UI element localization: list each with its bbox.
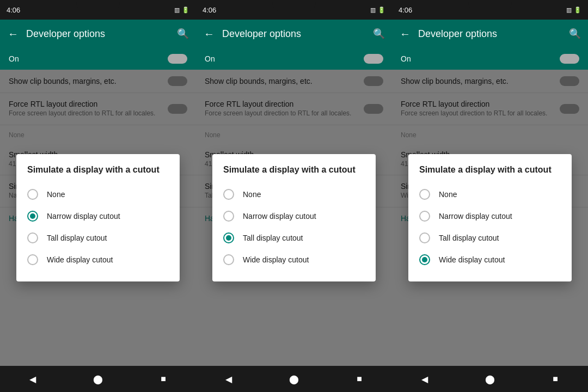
- cutout-dialog: Simulate a display with a cutout None Na…: [16, 154, 180, 281]
- nav-recents-button[interactable]: ■: [546, 369, 565, 389]
- nav-back-button[interactable]: ◀: [415, 369, 434, 389]
- radio-circle-3: [223, 254, 234, 265]
- dialog-title: Simulate a display with a cutout: [212, 165, 376, 183]
- app-bar-title: Developer options: [418, 28, 562, 40]
- battery-icon: 🔋: [574, 7, 581, 14]
- screen-screen-3: 4:06 ▥ 🔋 ← Developer options 🔍 On Show c…: [392, 0, 588, 392]
- radio-option-3[interactable]: Wide display cutout: [408, 249, 572, 271]
- dialog-overlay[interactable]: Simulate a display with a cutout None Na…: [196, 70, 392, 366]
- on-toggle[interactable]: [168, 54, 187, 64]
- on-bar: On: [0, 48, 196, 70]
- radio-circle-1: [419, 211, 430, 222]
- radio-label-1: Narrow display cutout: [243, 212, 316, 220]
- app-bar: ← Developer options 🔍: [0, 20, 196, 48]
- radio-option-3[interactable]: Wide display cutout: [16, 249, 180, 271]
- status-time: 4:06: [7, 6, 20, 14]
- dialog-title: Simulate a display with a cutout: [408, 165, 572, 183]
- nav-back-button[interactable]: ◀: [23, 369, 42, 389]
- signal-icon: ▥: [174, 7, 180, 14]
- signal-icon: ▥: [566, 7, 572, 14]
- dialog-title: Simulate a display with a cutout: [16, 165, 180, 183]
- on-bar: On: [196, 48, 392, 70]
- radio-label-3: Wide display cutout: [47, 255, 113, 264]
- radio-label-2: Tall display cutout: [243, 234, 303, 242]
- nav-recents-button[interactable]: ■: [350, 369, 369, 389]
- nav-bar: ◀ ⬤ ■: [0, 366, 196, 392]
- radio-circle-3: [419, 254, 430, 265]
- nav-back-button[interactable]: ◀: [219, 369, 238, 389]
- radio-circle-0: [223, 189, 234, 200]
- on-toggle[interactable]: [560, 54, 579, 64]
- radio-option-3[interactable]: Wide display cutout: [212, 249, 376, 271]
- battery-icon: 🔋: [182, 7, 189, 14]
- status-time: 4:06: [203, 6, 216, 14]
- status-time: 4:06: [399, 6, 412, 14]
- battery-icon: 🔋: [378, 7, 385, 14]
- radio-option-0[interactable]: None: [16, 183, 180, 205]
- nav-home-button[interactable]: ⬤: [480, 369, 500, 389]
- radio-label-2: Tall display cutout: [47, 234, 107, 242]
- radio-circle-1: [27, 211, 38, 222]
- radio-option-1[interactable]: Narrow display cutout: [408, 205, 572, 227]
- radio-circle-3: [27, 254, 38, 265]
- radio-option-0[interactable]: None: [408, 183, 572, 205]
- radio-label-0: None: [439, 190, 457, 199]
- nav-recents-button[interactable]: ■: [154, 369, 173, 389]
- radio-option-2[interactable]: Tall display cutout: [16, 227, 180, 249]
- search-button[interactable]: 🔍: [566, 25, 584, 42]
- status-icons: ▥ 🔋: [566, 7, 581, 14]
- on-bar: On: [392, 48, 588, 70]
- radio-circle-0: [419, 189, 430, 200]
- radio-label-3: Wide display cutout: [243, 255, 309, 264]
- radio-option-2[interactable]: Tall display cutout: [408, 227, 572, 249]
- on-label: On: [205, 54, 215, 63]
- app-bar-title: Developer options: [26, 28, 170, 40]
- on-label: On: [401, 54, 411, 63]
- app-bar: ← Developer options 🔍: [196, 20, 392, 48]
- notch: [468, 0, 512, 12]
- status-bar: 4:06 ▥ 🔋: [196, 0, 392, 20]
- back-button[interactable]: ←: [4, 25, 22, 42]
- radio-option-2[interactable]: Tall display cutout: [212, 227, 376, 249]
- radio-circle-2: [27, 232, 38, 243]
- signal-icon: ▥: [370, 7, 376, 14]
- radio-label-0: None: [243, 190, 261, 199]
- app-bar: ← Developer options 🔍: [392, 20, 588, 48]
- dialog-overlay[interactable]: Simulate a display with a cutout None Na…: [392, 70, 588, 366]
- screen-screen-1: 4:06 ▥ 🔋 ← Developer options 🔍 On Show c…: [0, 0, 196, 392]
- notch: [76, 0, 120, 12]
- radio-label-2: Tall display cutout: [439, 234, 499, 242]
- nav-bar: ◀ ⬤ ■: [392, 366, 588, 392]
- status-icons: ▥ 🔋: [370, 7, 385, 14]
- radio-label-1: Narrow display cutout: [439, 212, 512, 220]
- radio-option-1[interactable]: Narrow display cutout: [16, 205, 180, 227]
- radio-label-3: Wide display cutout: [439, 255, 505, 264]
- nav-bar: ◀ ⬤ ■: [196, 366, 392, 392]
- settings-list: Show clip bounds, margins, etc. Force RT…: [392, 70, 588, 366]
- notch: [272, 0, 316, 12]
- radio-circle-2: [223, 232, 234, 243]
- cutout-dialog: Simulate a display with a cutout None Na…: [408, 154, 572, 281]
- radio-option-0[interactable]: None: [212, 183, 376, 205]
- back-button[interactable]: ←: [396, 25, 414, 42]
- settings-list: Show clip bounds, margins, etc. Force RT…: [196, 70, 392, 366]
- status-icons: ▥ 🔋: [174, 7, 189, 14]
- dialog-overlay[interactable]: Simulate a display with a cutout None Na…: [0, 70, 196, 366]
- app-bar-title: Developer options: [222, 28, 366, 40]
- settings-list: Show clip bounds, margins, etc. Force RT…: [0, 70, 196, 366]
- radio-option-1[interactable]: Narrow display cutout: [212, 205, 376, 227]
- on-toggle[interactable]: [364, 54, 383, 64]
- nav-home-button[interactable]: ⬤: [284, 369, 304, 389]
- nav-home-button[interactable]: ⬤: [88, 369, 108, 389]
- search-button[interactable]: 🔍: [370, 25, 388, 42]
- back-button[interactable]: ←: [200, 25, 218, 42]
- radio-label-1: Narrow display cutout: [47, 212, 120, 220]
- radio-label-0: None: [47, 190, 65, 199]
- screen-screen-2: 4:06 ▥ 🔋 ← Developer options 🔍 On Show c…: [196, 0, 392, 392]
- status-bar: 4:06 ▥ 🔋: [0, 0, 196, 20]
- radio-circle-1: [223, 211, 234, 222]
- on-label: On: [9, 54, 19, 63]
- search-button[interactable]: 🔍: [174, 25, 192, 42]
- cutout-dialog: Simulate a display with a cutout None Na…: [212, 154, 376, 281]
- radio-circle-2: [419, 232, 430, 243]
